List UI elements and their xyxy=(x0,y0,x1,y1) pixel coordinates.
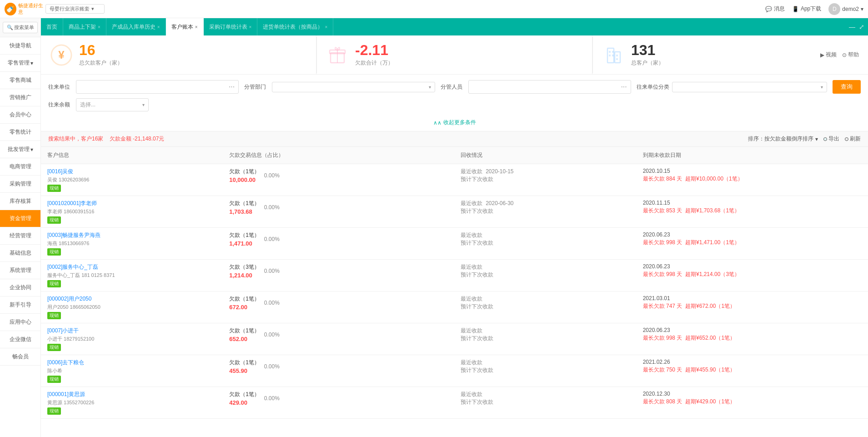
tab-close-icon[interactable]: × xyxy=(157,25,160,30)
customer-tag: 现销 xyxy=(47,185,61,192)
help-button[interactable]: ⊙ 帮助 xyxy=(842,51,859,59)
app-download-button[interactable]: 📱 App下载 xyxy=(792,5,821,13)
debt-amount: 455.90 xyxy=(229,367,260,374)
sidebar-item-finance[interactable]: 资金管理 xyxy=(0,210,40,227)
customer-name-link[interactable]: [000001]黄思源 xyxy=(47,391,216,398)
result-bar: 搜索结果中，客户16家 欠款金额 -21,148.07元 排序：按欠款金额倒序排… xyxy=(41,131,868,147)
sidebar-item-system[interactable]: 系统管理 xyxy=(0,262,40,279)
filter-dept: 分管部门 ▾ xyxy=(244,82,435,92)
last-collection-label: 最近收款 2020-10-15 xyxy=(461,168,630,176)
dept-select[interactable]: ▾ xyxy=(272,82,435,92)
overdue-amount-link[interactable]: 超期¥429.00（1笔） xyxy=(685,398,735,405)
tab-close-icon[interactable]: × xyxy=(195,25,198,30)
sidebar-item-retail-stats[interactable]: 零售统计 xyxy=(0,124,40,141)
debt-amount: 652.00 xyxy=(229,336,260,342)
customer-name-link[interactable]: [0003]畅捷服务尹海燕 xyxy=(47,231,216,239)
tab-product-status[interactable]: 商品上下架 × xyxy=(63,18,106,35)
search-menu-button[interactable]: 🔍 搜索菜单 xyxy=(3,22,38,33)
result-summary: 搜索结果中，客户16家 欠款金额 -21,148.07元 xyxy=(48,135,164,143)
overdue-amount-link[interactable]: 超期¥1,471.00（1笔） xyxy=(685,239,740,246)
debt-info-cell: 欠款（1笔） 1,703.68 0.00% xyxy=(223,196,454,228)
sidebar-item-retail-mgmt[interactable]: 零售管理 ▾ xyxy=(0,55,40,72)
overdue-days: 最长欠款 998 天 超期¥1,471.00（1笔） xyxy=(643,239,862,246)
overdue-amount-link[interactable]: 超期¥652.00（1笔） xyxy=(685,335,735,341)
debt-info-cell: 欠款（1笔） 455.90 0.00% xyxy=(223,355,454,387)
customer-info-cell: [0006]去下粮仓 陈小希 现销 xyxy=(41,355,223,387)
debt-info: 欠款（1笔） 1,703.68 0.00% xyxy=(229,200,448,215)
export-button[interactable]: 导出 xyxy=(823,135,839,143)
sidebar-item-basic-info[interactable]: 基础信息 xyxy=(0,245,40,262)
sidebar-item-quick-nav[interactable]: 快捷导航 xyxy=(0,37,40,55)
manager-input[interactable]: ··· xyxy=(468,80,631,94)
sidebar-item-business[interactable]: 经营管理 xyxy=(0,227,40,245)
source-unit-input[interactable]: ··· xyxy=(76,80,239,94)
tab-close-icon[interactable]: × xyxy=(325,25,327,30)
customer-name-link[interactable]: [0001020001]李老师 xyxy=(47,200,216,207)
window-minimize-button[interactable]: — xyxy=(849,23,855,30)
debt-count: 欠款（1笔） xyxy=(229,168,260,176)
collapse-button[interactable]: ∧∧ 收起更多条件 xyxy=(48,116,861,131)
overdue-amount-link[interactable]: 超期¥672.00（1笔） xyxy=(685,303,735,309)
overdue-days: 最长欠款 998 天 超期¥652.00（1笔） xyxy=(643,334,862,342)
video-help-button[interactable]: ▶ 视频 xyxy=(820,51,837,59)
debt-total-label: 欠款合计（万） xyxy=(355,59,393,67)
sidebar-item-member-center[interactable]: 会员中心 xyxy=(0,106,40,124)
more-options-icon[interactable]: ··· xyxy=(229,83,235,91)
sidebar-item-app-center[interactable]: 应用中心 xyxy=(0,314,40,331)
customer-name-link[interactable]: [0007]小进干 xyxy=(47,327,216,335)
overdue-amount-link[interactable]: 超期¥10,000.00（1笔） xyxy=(685,176,743,182)
sidebar-item-ecommerce[interactable]: 电商管理 xyxy=(0,158,40,176)
message-button[interactable]: 💬 消息 xyxy=(765,5,785,13)
sidebar-item-retail-mall[interactable]: 零售商城 xyxy=(0,72,40,89)
tab-close-icon[interactable]: × xyxy=(249,25,252,30)
overdue-days: 最长欠款 884 天 超期¥10,000.00（1笔） xyxy=(643,175,862,183)
col-due-date: 到期未收款日期 xyxy=(637,147,868,164)
sidebar-item-vip[interactable]: 畅会员 xyxy=(0,348,40,366)
sidebar-item-inventory[interactable]: 库存核算 xyxy=(0,193,40,210)
last-collection-date: 2020-10-15 xyxy=(486,168,513,175)
sidebar-item-marketing[interactable]: 营销推广 xyxy=(0,89,40,106)
col-recovery: 回收情况 xyxy=(454,147,636,164)
debt-count: 欠款（1笔） xyxy=(229,231,260,239)
svg-rect-9 xyxy=(609,55,611,56)
export-icon xyxy=(823,137,827,141)
tab-home[interactable]: 首页 xyxy=(41,18,63,35)
refresh-button[interactable]: 刷新 xyxy=(845,135,861,143)
customer-info-cell: [0002]服务中心_丁磊 服务中心_丁磊 181 0125 8371 现销 xyxy=(41,260,223,291)
tab-close-icon[interactable]: × xyxy=(98,25,100,30)
window-maximize-button[interactable]: ⤢ xyxy=(859,23,864,30)
overdue-amount-link[interactable]: 超期¥455.90（1笔） xyxy=(685,367,735,373)
overdue-amount-link[interactable]: 超期¥1,703.68（1笔） xyxy=(685,207,740,214)
chevron-down-icon: ▾ xyxy=(821,85,823,90)
sort-selector[interactable]: 排序：按欠款金额倒序排序 ▾ xyxy=(748,135,818,143)
summary-cards: ¥ 16 总欠款客户（家） xyxy=(41,35,868,75)
user-menu[interactable]: D demo2 ▾ xyxy=(828,3,863,15)
table-row: [0001020001]李老师 李老师 18600391516 现销 欠款（1笔… xyxy=(41,196,868,228)
more-options-icon[interactable]: ··· xyxy=(621,83,627,91)
query-button[interactable]: 查询 xyxy=(833,80,861,94)
tab-purchase-order[interactable]: 采购订单统计表 × xyxy=(204,18,258,35)
balance-select[interactable]: 选择... ▾ xyxy=(76,98,149,111)
due-date-cell: 2021.02.26 最长欠款 750 天 超期¥455.90（1笔） xyxy=(637,355,868,387)
customer-name-link[interactable]: [0016]吴俊 xyxy=(47,168,216,176)
customer-name-link[interactable]: [0002]服务中心_丁磊 xyxy=(47,263,216,271)
sidebar-item-batch-mgmt[interactable]: 批发管理 ▾ xyxy=(0,141,40,158)
overdue-amount-link[interactable]: 超期¥1,214.00（3笔） xyxy=(685,271,740,277)
tab-customer-account[interactable]: 客户账本 × xyxy=(166,18,204,35)
tab-purchase-stats[interactable]: 进货单统计表（按商品） × xyxy=(257,18,333,35)
due-date-cell: 2020.10.15 最长欠款 884 天 超期¥10,000.00（1笔） xyxy=(637,164,868,196)
customer-name-link[interactable]: [0006]去下粮仓 xyxy=(47,359,216,367)
sidebar-item-enterprise-wx[interactable]: 企业微信 xyxy=(0,331,40,348)
sidebar-item-enterprise-collab[interactable]: 企业协同 xyxy=(0,279,40,296)
sidebar-item-purchase[interactable]: 采购管理 xyxy=(0,176,40,193)
tab-product-history[interactable]: 产成品入库单历史 × xyxy=(106,18,166,35)
customer-contact: 吴俊 13026203696 xyxy=(47,176,216,183)
recovery-cell: 最近收款 预计下次收款 xyxy=(454,228,636,260)
unit-type-select[interactable]: ▾ xyxy=(672,82,827,92)
customer-name-link[interactable]: [000002]用户2050 xyxy=(47,295,216,303)
industry-selector[interactable]: 母婴行业演示账套 ▾ xyxy=(45,4,105,14)
sidebar-item-new-guide[interactable]: 新手引导 xyxy=(0,296,40,314)
due-date-value: 2020.06.23 xyxy=(643,263,862,270)
debt-percent: 0.00% xyxy=(264,236,280,242)
search-icon: 🔍 xyxy=(7,25,13,30)
